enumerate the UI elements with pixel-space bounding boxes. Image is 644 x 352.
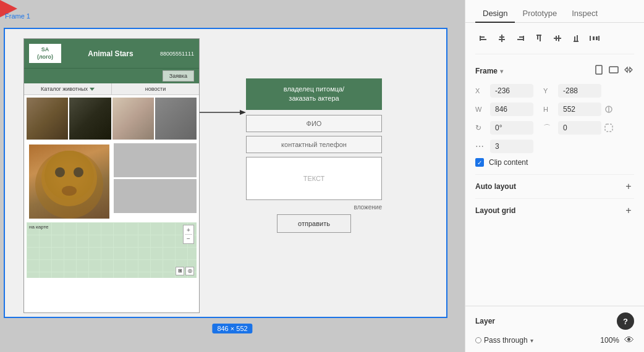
auto-layout-title: Auto layout — [475, 182, 516, 191]
rotation-icon: ↻ — [475, 124, 485, 132]
rotation-input[interactable] — [490, 121, 533, 135]
canvas-area: Frame 1 SA (лого) Animal Stars 880055511… — [0, 0, 465, 352]
svg-point-3 — [55, 167, 65, 177]
align-center-h-button[interactable] — [494, 30, 510, 46]
form-text-area[interactable]: ТЕКСТ — [246, 157, 382, 200]
tab-design[interactable]: Design — [475, 5, 515, 23]
map-zoom-out[interactable]: − — [187, 235, 190, 242]
tab-prototype[interactable]: Prototype — [515, 5, 564, 23]
svg-marker-7 — [240, 110, 246, 115]
align-bottom-button[interactable] — [568, 30, 584, 46]
tab-inspect[interactable]: Inspect — [564, 5, 605, 23]
layer-header-row: Layer ? — [475, 312, 634, 330]
animal-thumb-4 — [155, 98, 197, 139]
layer-mode-chevron: ▾ — [530, 337, 533, 344]
layer-mode-text: Pass through — [484, 336, 528, 345]
xy-prop-row: X Y — [475, 84, 634, 98]
svg-rect-15 — [519, 36, 523, 38]
layer-visibility-button[interactable]: 👁 — [624, 335, 634, 346]
news-nav-item[interactable]: новости — [112, 83, 199, 94]
layer-section: Layer ? Pass through ▾ 100% 👁 — [465, 306, 644, 352]
mobile-wireframe: SA (лого) Animal Stars 88005551111 Заявк… — [23, 38, 200, 313]
form-fio-field[interactable]: ФИО — [246, 115, 382, 132]
catalog-nav-item[interactable]: Каталог животных — [24, 83, 112, 94]
clip-content-checkbox[interactable]: ✓ — [475, 158, 484, 167]
divider-2 — [475, 198, 634, 199]
frame-section-title: Frame ▾ — [475, 67, 503, 75]
frame-dropdown-icon[interactable]: ▾ — [500, 68, 503, 75]
frame-view-landscape[interactable] — [608, 64, 619, 78]
layer-options-row: Pass through ▾ 100% 👁 — [475, 335, 634, 346]
dots-icon: ⋯ — [475, 141, 485, 151]
layout-grid-header: Layout grid + — [475, 205, 634, 216]
align-center-v-button[interactable] — [549, 30, 566, 46]
large-cat-image — [29, 145, 109, 219]
divider-1 — [475, 174, 634, 175]
corner-icon: ⌒ — [543, 123, 553, 133]
map-ctrl-1: ⊞ — [176, 267, 184, 275]
layout-grid-title: Layout grid — [475, 206, 515, 215]
form-title: владелец питомца/ заказать актера — [246, 78, 382, 110]
nav-bar: Заявка — [24, 68, 199, 83]
map-ctrl-2: ◎ — [185, 267, 194, 275]
animal-grid — [24, 95, 199, 141]
svg-rect-9 — [481, 36, 485, 38]
svg-point-2 — [35, 151, 103, 219]
svg-rect-16 — [517, 39, 523, 40]
align-top-button[interactable] — [531, 30, 547, 46]
rotation-corner-row: ↻ ⌒ — [475, 121, 634, 135]
corner-resize-icon[interactable] — [604, 123, 614, 133]
layer-mode-selector[interactable]: Pass through ▾ — [475, 336, 533, 345]
w-label: W — [475, 106, 485, 113]
nav-zaявка-button[interactable]: Заявка — [163, 70, 194, 82]
svg-rect-14 — [523, 36, 524, 41]
constrain-proportions-icon[interactable] — [604, 104, 614, 114]
layer-title: Layer — [475, 317, 612, 325]
dots-input[interactable] — [490, 140, 533, 153]
animal-thumb-1 — [27, 98, 68, 139]
h-input[interactable] — [558, 103, 601, 116]
svg-rect-8 — [480, 36, 481, 41]
x-label: X — [475, 87, 485, 94]
svg-rect-10 — [481, 39, 486, 40]
layer-help-button[interactable]: ? — [617, 312, 634, 330]
form-submit-button[interactable]: отправить — [277, 214, 351, 233]
right-panel: Design Prototype Inspect — [465, 0, 644, 352]
align-tools — [475, 30, 634, 54]
svg-rect-23 — [574, 41, 578, 42]
form-phone-field[interactable]: контактный телефон — [246, 136, 382, 153]
distribute-button[interactable] — [587, 30, 603, 46]
svg-rect-27 — [598, 36, 600, 41]
svg-point-5 — [62, 186, 77, 196]
x-input[interactable] — [490, 84, 533, 98]
auto-layout-header: Auto layout + — [475, 181, 634, 192]
svg-rect-25 — [577, 35, 578, 41]
align-left-button[interactable] — [475, 30, 491, 46]
svg-rect-20 — [554, 38, 561, 39]
y-input[interactable] — [558, 84, 601, 98]
map-zoom-in[interactable]: + — [187, 227, 190, 233]
animal-thumb-2 — [69, 98, 111, 139]
frame-resize-icon[interactable] — [623, 64, 634, 78]
corner-input[interactable] — [558, 121, 601, 135]
auto-layout-add-button[interactable]: + — [623, 181, 634, 192]
animal-thumb-3 — [112, 98, 154, 139]
layer-opacity-value[interactable]: 100% — [600, 336, 619, 345]
frame-view-portrait[interactable] — [593, 64, 604, 78]
align-right-button[interactable] — [512, 30, 528, 46]
svg-rect-19 — [540, 36, 541, 41]
svg-rect-17 — [536, 35, 541, 36]
svg-rect-13 — [499, 39, 505, 40]
dots-prop-row: ⋯ — [475, 140, 634, 153]
side-block-1 — [114, 143, 197, 177]
frame-container: SA (лого) Animal Stars 88005551111 Заявк… — [4, 28, 447, 318]
w-input[interactable] — [490, 103, 533, 116]
clip-content-row: ✓ Clip content — [475, 158, 634, 167]
svg-rect-26 — [590, 36, 591, 41]
mobile-nav: Каталог животных новости — [24, 83, 199, 95]
svg-rect-12 — [499, 36, 504, 38]
svg-rect-22 — [558, 35, 559, 41]
frame-section-header: Frame ▾ — [475, 64, 634, 78]
phone-number: 88005551111 — [160, 51, 194, 57]
layout-grid-add-button[interactable]: + — [623, 205, 634, 216]
